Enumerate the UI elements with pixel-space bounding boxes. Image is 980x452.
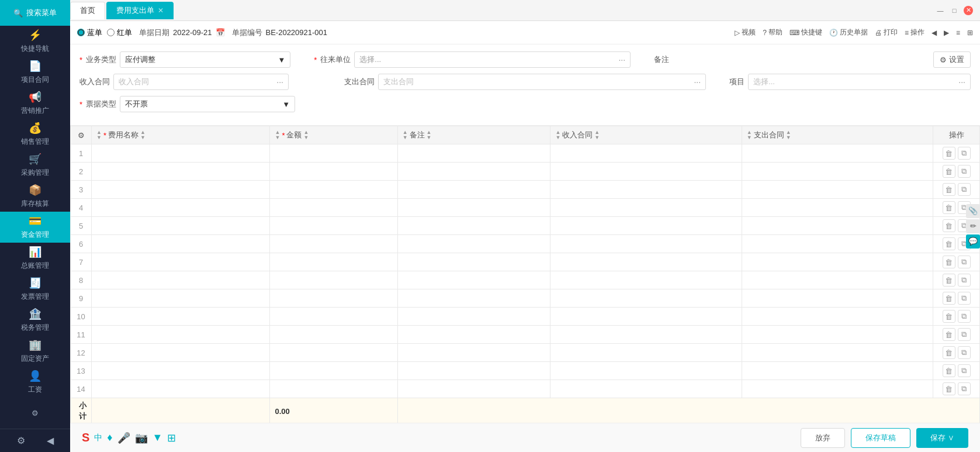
delete-icon[interactable]: 🗑 bbox=[943, 237, 955, 250]
footer-icon-zhong[interactable]: 中 bbox=[94, 433, 102, 443]
income-contract-cell[interactable] bbox=[550, 362, 742, 380]
sidebar-item-inventory[interactable]: 📦 库存核算 bbox=[0, 181, 70, 212]
project-input[interactable]: 选择... ··· bbox=[748, 74, 971, 90]
income-contract-cell[interactable] bbox=[550, 217, 742, 235]
expense-name-cell[interactable] bbox=[92, 235, 270, 253]
footer-icon-grid[interactable]: ⊞ bbox=[167, 432, 176, 444]
col-amount-header[interactable]: ▲▼ * 金额 ▲▼ bbox=[270, 126, 397, 144]
footer-icon-s[interactable]: S bbox=[82, 431, 89, 444]
view-list-btn[interactable]: ≡ bbox=[956, 29, 960, 37]
amount-cell[interactable] bbox=[270, 289, 397, 308]
amount-cell[interactable] bbox=[270, 199, 397, 217]
notes-cell[interactable] bbox=[397, 199, 550, 217]
sidebar-item-fixed-assets[interactable]: 🏢 固定资产 bbox=[0, 336, 70, 367]
history-btn[interactable]: 🕐 历史单据 bbox=[829, 27, 868, 37]
window-minimize[interactable]: — bbox=[936, 6, 945, 15]
income-contract-input[interactable]: 收入合同 ··· bbox=[113, 74, 289, 90]
copy-icon[interactable]: ⧉ bbox=[958, 292, 971, 305]
col-expense-name-header[interactable]: ▲▼ * 费用名称 ▲▼ bbox=[92, 126, 270, 144]
expense-contract-cell[interactable] bbox=[742, 380, 933, 398]
counterpart-dots[interactable]: ··· bbox=[618, 55, 625, 64]
copy-icon[interactable]: ⧉ bbox=[958, 382, 971, 395]
sidebar-item-salary[interactable]: 👤 工资 bbox=[0, 367, 70, 398]
save-button[interactable]: 保存 ∨ bbox=[916, 428, 968, 448]
income-contract-dots[interactable]: ··· bbox=[276, 77, 283, 87]
copy-icon[interactable]: ⧉ bbox=[958, 183, 971, 196]
footer-icon-diamond[interactable]: ♦ bbox=[107, 432, 112, 444]
expense-contract-cell[interactable] bbox=[742, 181, 933, 199]
expense-contract-cell[interactable] bbox=[742, 235, 933, 253]
save-draft-button[interactable]: 保存草稿 bbox=[851, 428, 910, 448]
notes-cell[interactable] bbox=[397, 181, 550, 199]
col-notes-header[interactable]: ▲▼ 备注 ▲▼ bbox=[397, 126, 550, 144]
sidebar-item-sales[interactable]: 💰 销售管理 bbox=[0, 119, 70, 150]
notes-cell[interactable] bbox=[397, 344, 550, 362]
expense-name-cell[interactable] bbox=[92, 199, 270, 217]
invoice-type-select[interactable]: 不开票 ▼ bbox=[120, 96, 295, 112]
expense-name-cell[interactable] bbox=[92, 163, 270, 181]
delete-icon[interactable]: 🗑 bbox=[943, 292, 955, 305]
expense-contract-cell[interactable] bbox=[742, 271, 933, 289]
footer-icon-mic[interactable]: 🎤 bbox=[117, 432, 130, 444]
amount-cell[interactable] bbox=[270, 308, 397, 326]
sidebar-item-invoice[interactable]: 🧾 发票管理 bbox=[0, 274, 70, 305]
notes-cell[interactable] bbox=[397, 253, 550, 271]
sidebar-item-project-contract[interactable]: 📄 项目合同 bbox=[0, 57, 70, 88]
shortcut-btn[interactable]: ⌨ 快捷键 bbox=[789, 27, 822, 37]
float-icon-attachment[interactable]: 📎 bbox=[966, 204, 980, 218]
expense-name-cell[interactable] bbox=[92, 271, 270, 289]
delete-icon[interactable]: 🗑 bbox=[943, 147, 955, 160]
expense-contract-cell[interactable] bbox=[742, 253, 933, 271]
amount-cell[interactable] bbox=[270, 144, 397, 163]
expense-contract-cell[interactable] bbox=[742, 144, 933, 163]
notes-cell[interactable] bbox=[397, 308, 550, 326]
nav-next-btn[interactable]: ▶ bbox=[944, 29, 949, 37]
income-contract-cell[interactable] bbox=[550, 181, 742, 199]
expense-contract-cell[interactable] bbox=[742, 308, 933, 326]
notes-cell[interactable] bbox=[397, 380, 550, 398]
view-grid-btn[interactable]: ⊞ bbox=[967, 29, 973, 37]
delete-icon[interactable]: 🗑 bbox=[943, 183, 955, 196]
income-contract-cell[interactable] bbox=[550, 308, 742, 326]
income-contract-cell[interactable] bbox=[550, 253, 742, 271]
amount-cell[interactable] bbox=[270, 380, 397, 398]
calendar-icon[interactable]: 📅 bbox=[216, 28, 225, 37]
col-income-contract-header[interactable]: ▲▼ 收入合同 ▲▼ bbox=[550, 126, 742, 144]
nav-prev-btn[interactable]: ◀ bbox=[931, 29, 937, 37]
tab-home[interactable]: 首页 bbox=[70, 2, 105, 19]
income-contract-cell[interactable] bbox=[550, 326, 742, 344]
expense-name-cell[interactable] bbox=[92, 362, 270, 380]
copy-icon[interactable]: ⧉ bbox=[958, 346, 971, 359]
business-type-select[interactable]: 应付调整 ▼ bbox=[120, 51, 290, 68]
amount-cell[interactable] bbox=[270, 181, 397, 199]
income-contract-cell[interactable] bbox=[550, 344, 742, 362]
delete-icon[interactable]: 🗑 bbox=[943, 274, 955, 287]
red-bill-radio[interactable]: 红单 bbox=[107, 27, 132, 38]
income-contract-cell[interactable] bbox=[550, 271, 742, 289]
expense-contract-cell[interactable] bbox=[742, 344, 933, 362]
expense-contract-cell[interactable] bbox=[742, 289, 933, 308]
expense-name-cell[interactable] bbox=[92, 308, 270, 326]
amount-cell[interactable] bbox=[270, 362, 397, 380]
delete-icon[interactable]: 🗑 bbox=[943, 256, 955, 268]
col-config-header[interactable]: ⚙ bbox=[71, 126, 92, 144]
copy-icon[interactable]: ⧉ bbox=[958, 165, 971, 178]
copy-icon[interactable]: ⧉ bbox=[958, 310, 971, 323]
expense-contract-cell[interactable] bbox=[742, 326, 933, 344]
expense-contract-cell[interactable] bbox=[742, 163, 933, 181]
delete-icon[interactable]: 🗑 bbox=[943, 328, 955, 341]
expense-contract-cell[interactable] bbox=[742, 199, 933, 217]
amount-cell[interactable] bbox=[270, 235, 397, 253]
notes-cell[interactable] bbox=[397, 217, 550, 235]
expense-name-cell[interactable] bbox=[92, 289, 270, 308]
income-contract-cell[interactable] bbox=[550, 380, 742, 398]
sidebar-item-tax[interactable]: 🏦 税务管理 bbox=[0, 305, 70, 336]
delete-icon[interactable]: 🗑 bbox=[943, 382, 955, 395]
amount-cell[interactable] bbox=[270, 271, 397, 289]
settings-icon[interactable]: ⚙ bbox=[17, 435, 25, 446]
copy-icon[interactable]: ⧉ bbox=[958, 256, 971, 268]
notes-cell[interactable] bbox=[397, 144, 550, 163]
blue-bill-radio[interactable]: 蓝单 bbox=[77, 27, 102, 38]
tab-expense[interactable]: 费用支出单 ✕ bbox=[106, 2, 174, 19]
expense-name-cell[interactable] bbox=[92, 344, 270, 362]
